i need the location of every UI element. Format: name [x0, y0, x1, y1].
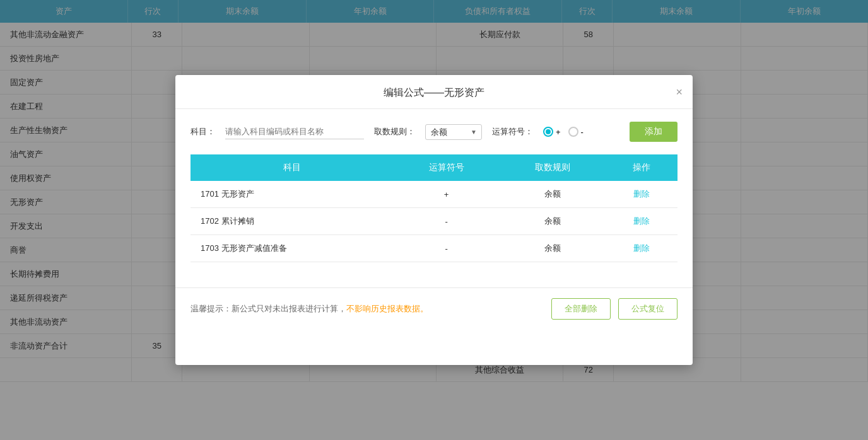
table-row: 1701 无形资产+余额删除: [191, 181, 677, 208]
tip-prefix: 温馨提示：新公式只对未出报表进行计算，: [191, 304, 346, 313]
add-button[interactable]: 添加: [630, 122, 677, 142]
edit-formula-modal: 编辑公式——无形资产 × 科目： 取数规则： 余额借方贷方借方发生额贷方发生额 …: [175, 75, 693, 365]
cell-operator: -: [394, 208, 500, 235]
th-rule: 取数规则: [500, 154, 606, 181]
cell-rule: 余额: [500, 181, 606, 208]
cell-subject: 1701 无形资产: [191, 181, 394, 208]
rule-select-wrap: 余额借方贷方借方发生额贷方发生额 ▼: [425, 124, 482, 140]
modal-header: 编辑公式——无形资产 ×: [175, 75, 693, 109]
cell-operator: +: [394, 181, 500, 208]
cell-subject: 1703 无形资产减值准备: [191, 235, 394, 262]
operator-label: 运算符号：: [492, 126, 533, 137]
footer-buttons: 全部删除 公式复位: [551, 298, 677, 320]
modal-title: 编辑公式——无形资产: [384, 86, 484, 100]
modal-footer: 温馨提示：新公式只对未出报表进行计算，不影响历史报表数据。 全部删除 公式复位: [175, 287, 693, 332]
radio-minus-label: -: [581, 127, 584, 137]
table-header-row: 科目 运算符号 取数规则 操作: [191, 154, 677, 181]
tip-suffix: 不影响历史报表数据。: [346, 304, 428, 313]
formula-table-body: 1701 无形资产+余额删除1702 累计摊销-余额删除1703 无形资产减值准…: [191, 181, 677, 262]
radio-minus-circle: [568, 127, 578, 137]
formula-table-head: 科目 运算符号 取数规则 操作: [191, 154, 677, 181]
th-subject: 科目: [191, 154, 394, 181]
delete-link[interactable]: 删除: [633, 243, 650, 253]
modal-close-button[interactable]: ×: [676, 86, 683, 98]
cell-action: 删除: [605, 235, 677, 262]
radio-plus-circle: [543, 127, 553, 137]
operator-radio-group: + -: [543, 127, 584, 137]
formula-table: 科目 运算符号 取数规则 操作 1701 无形资产+余额删除1702 累计摊销-…: [191, 154, 677, 262]
cell-rule: 余额: [500, 235, 606, 262]
reset-formula-button[interactable]: 公式复位: [618, 298, 677, 320]
th-action: 操作: [605, 154, 677, 181]
cell-operator: -: [394, 235, 500, 262]
radio-plus-label: +: [556, 127, 561, 137]
delete-all-button[interactable]: 全部删除: [551, 298, 611, 320]
modal-body: 科目： 取数规则： 余额借方贷方借方发生额贷方发生额 ▼ 运算符号： + - 添…: [175, 109, 693, 287]
delete-link[interactable]: 删除: [633, 189, 650, 199]
cell-action: 删除: [605, 208, 677, 235]
radio-minus[interactable]: -: [568, 127, 584, 137]
cell-rule: 余额: [500, 208, 606, 235]
subject-input[interactable]: [225, 124, 364, 139]
form-row: 科目： 取数规则： 余额借方贷方借方发生额贷方发生额 ▼ 运算符号： + - 添…: [191, 122, 677, 142]
table-row: 1702 累计摊销-余额删除: [191, 208, 677, 235]
subject-label: 科目：: [191, 126, 215, 137]
delete-link[interactable]: 删除: [633, 216, 650, 226]
cell-subject: 1702 累计摊销: [191, 208, 394, 235]
rule-label: 取数规则：: [374, 126, 415, 137]
table-row: 1703 无形资产减值准备-余额删除: [191, 235, 677, 262]
th-operator: 运算符号: [394, 154, 500, 181]
cell-action: 删除: [605, 181, 677, 208]
footer-tip: 温馨提示：新公式只对未出报表进行计算，不影响历史报表数据。: [191, 303, 428, 315]
radio-plus[interactable]: +: [543, 127, 561, 137]
rule-select[interactable]: 余额借方贷方借方发生额贷方发生额: [425, 124, 482, 140]
